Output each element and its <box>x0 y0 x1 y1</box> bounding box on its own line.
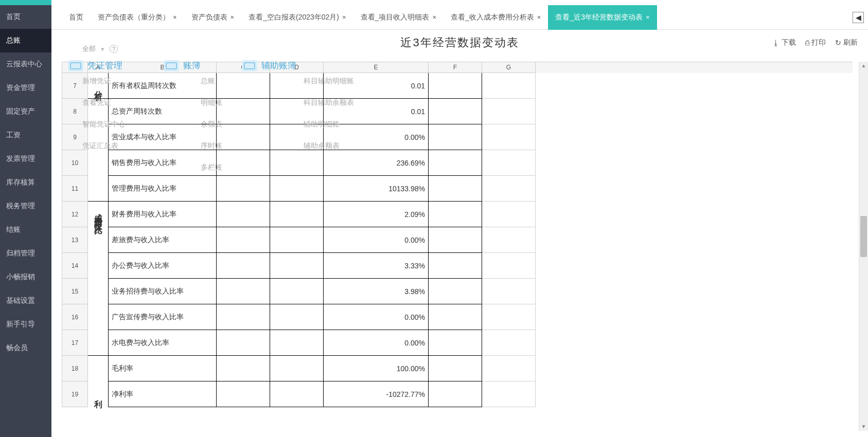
scroll-up-icon[interactable]: ▲ <box>859 62 868 70</box>
sidebar-item-closing[interactable]: 结账 <box>0 218 51 242</box>
row-header[interactable]: 7 <box>62 73 88 99</box>
col-header-f[interactable]: F <box>429 62 482 73</box>
tab-blank-report[interactable]: 查看_空白报表(2023年02月)× <box>241 5 353 30</box>
row-header[interactable]: 16 <box>62 304 88 330</box>
cell[interactable] <box>270 202 324 227</box>
sidebar-item-reimburse[interactable]: 小畅报销 <box>0 265 51 289</box>
cell[interactable] <box>217 356 270 381</box>
cell[interactable] <box>217 73 270 99</box>
cell[interactable] <box>429 253 482 279</box>
cell[interactable] <box>429 99 482 124</box>
col-header-a[interactable]: A <box>88 62 109 73</box>
tab-project-income[interactable]: 查看_项目收入明细表× <box>353 5 444 30</box>
cell[interactable] <box>482 356 536 381</box>
value-cell[interactable]: 3.98% <box>324 279 429 304</box>
cell[interactable] <box>429 227 482 253</box>
metric-name-cell[interactable]: 管理费用与收入比率 <box>109 176 217 202</box>
cell[interactable] <box>429 73 482 99</box>
cell[interactable] <box>482 176 536 202</box>
metric-name-cell[interactable]: 水电费与收入比率 <box>109 330 217 356</box>
cell[interactable] <box>217 176 270 202</box>
sidebar-item-cloudreport[interactable]: 云报表中心 <box>0 52 51 76</box>
tab-scroll-left-icon[interactable]: ◀ <box>853 12 864 23</box>
metric-name-cell[interactable]: 财务费用与收入比率 <box>109 202 217 227</box>
cell[interactable] <box>429 381 482 407</box>
metric-name-cell[interactable]: 业务招待费与收入比率 <box>109 279 217 304</box>
row-header[interactable]: 9 <box>62 124 88 150</box>
cell[interactable] <box>217 202 270 227</box>
cell[interactable] <box>429 279 482 304</box>
cell[interactable] <box>482 73 536 99</box>
row-header[interactable]: 8 <box>62 99 88 124</box>
sidebar-item-settings[interactable]: 基础设置 <box>0 289 51 313</box>
metric-name-cell[interactable]: 毛利率 <box>109 356 217 381</box>
col-header-c[interactable]: C <box>217 62 270 73</box>
cell[interactable] <box>217 99 270 124</box>
tab-home[interactable]: 首页 <box>62 5 91 30</box>
sidebar-item-ledger[interactable]: 总账 <box>0 29 51 52</box>
cell[interactable] <box>270 73 324 99</box>
cell[interactable] <box>270 356 324 381</box>
corner-cell[interactable] <box>62 62 88 73</box>
value-cell[interactable]: 2.09% <box>324 202 429 227</box>
sidebar-item-fixedassets[interactable]: 固定资产 <box>0 100 51 123</box>
row-header[interactable]: 13 <box>62 227 88 253</box>
cell[interactable] <box>482 304 536 330</box>
cell[interactable] <box>482 124 536 150</box>
metric-name-cell[interactable]: 销售费用与收入比率 <box>109 150 217 176</box>
metric-name-cell[interactable]: 营业成本与收入比率 <box>109 124 217 150</box>
close-icon[interactable]: × <box>342 13 346 21</box>
value-cell[interactable]: 0.00% <box>324 304 429 330</box>
sidebar-item-funds[interactable]: 资金管理 <box>0 76 51 100</box>
cell[interactable] <box>270 124 324 150</box>
row-header[interactable]: 19 <box>62 381 88 407</box>
value-cell[interactable]: 0.00% <box>324 227 429 253</box>
cell[interactable] <box>270 330 324 356</box>
cell[interactable] <box>270 304 324 330</box>
cell[interactable] <box>217 279 270 304</box>
close-icon[interactable]: × <box>537 13 541 21</box>
cell[interactable] <box>217 330 270 356</box>
tab-balance-reclass[interactable]: 资产负债表（重分类）× <box>91 5 184 30</box>
col-header-g[interactable]: G <box>482 62 536 73</box>
col-header-e[interactable]: E <box>324 62 429 73</box>
metric-name-cell[interactable]: 广告宣传费与收入比率 <box>109 304 217 330</box>
cell[interactable] <box>270 279 324 304</box>
value-cell[interactable]: 0.01 <box>324 99 429 124</box>
sidebar-item-salary[interactable]: 工资 <box>0 123 51 147</box>
sidebar-item-archive[interactable]: 归档管理 <box>0 242 51 265</box>
close-icon[interactable]: × <box>231 13 235 21</box>
col-header-b[interactable]: B <box>109 62 217 73</box>
sidebar-item-home[interactable]: 首页 <box>0 5 51 29</box>
cell[interactable] <box>270 381 324 407</box>
row-header[interactable]: 12 <box>62 202 88 227</box>
row-header[interactable]: 15 <box>62 279 88 304</box>
cell[interactable] <box>270 150 324 176</box>
cell[interactable] <box>217 150 270 176</box>
row-header[interactable]: 10 <box>62 150 88 176</box>
cell[interactable] <box>217 227 270 253</box>
sidebar-item-tax[interactable]: 税务管理 <box>0 194 51 218</box>
cell[interactable] <box>482 202 536 227</box>
spreadsheet[interactable]: A B C D E F G 7分析所有者权益周转次数0.018总资产周转次数0.… <box>62 62 853 432</box>
cell[interactable] <box>482 330 536 356</box>
value-cell[interactable]: 0.01 <box>324 73 429 99</box>
row-header[interactable]: 17 <box>62 330 88 356</box>
value-cell[interactable]: 100.00% <box>324 356 429 381</box>
cell[interactable] <box>270 99 324 124</box>
print-button[interactable]: ⎙打印 <box>805 38 826 47</box>
metric-name-cell[interactable]: 净利率 <box>109 381 217 407</box>
download-button[interactable]: ⭳下载 <box>772 38 796 47</box>
cell[interactable] <box>482 253 536 279</box>
cell[interactable] <box>217 304 270 330</box>
cell[interactable] <box>270 176 324 202</box>
cell[interactable] <box>217 124 270 150</box>
tab-income-cost[interactable]: 查看_收入成本费用分析表× <box>444 5 548 30</box>
refresh-button[interactable]: ↻刷新 <box>835 38 858 47</box>
cell[interactable] <box>270 227 324 253</box>
value-cell[interactable]: -10272.77% <box>324 381 429 407</box>
tab-balance[interactable]: 资产负债表× <box>184 5 242 30</box>
cell[interactable] <box>429 202 482 227</box>
value-cell[interactable]: 3.33% <box>324 253 429 279</box>
row-header[interactable]: 14 <box>62 253 88 279</box>
